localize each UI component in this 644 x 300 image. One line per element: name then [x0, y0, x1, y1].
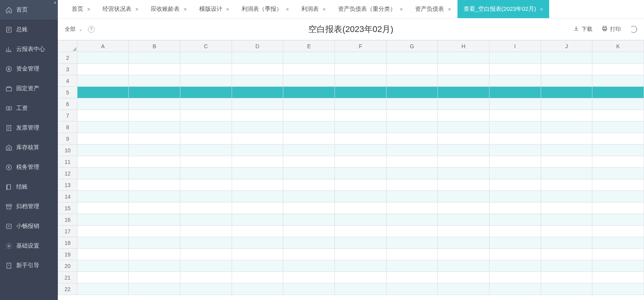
cell-F4[interactable] — [335, 75, 386, 87]
cell-J8[interactable] — [541, 121, 592, 133]
cell-K6[interactable] — [592, 98, 644, 110]
cell-B4[interactable] — [129, 75, 180, 87]
cell-I16[interactable] — [489, 214, 541, 226]
cell-I20[interactable] — [489, 260, 541, 272]
cell-H20[interactable] — [438, 260, 489, 272]
cell-F11[interactable] — [335, 156, 386, 168]
sidebar-item-guide[interactable]: 新手引导 — [0, 256, 58, 275]
cell-J21[interactable] — [541, 272, 592, 283]
cell-I2[interactable] — [489, 52, 541, 64]
cell-K16[interactable] — [592, 214, 644, 226]
cell-H4[interactable] — [438, 75, 489, 87]
cell-G3[interactable] — [386, 64, 438, 75]
column-header-D[interactable]: D — [232, 40, 283, 52]
cell-C8[interactable] — [180, 121, 232, 133]
cell-E8[interactable] — [283, 121, 335, 133]
cell-E21[interactable] — [283, 272, 335, 283]
cell-E4[interactable] — [283, 75, 335, 87]
cell-C18[interactable] — [180, 237, 232, 249]
cell-A19[interactable] — [77, 249, 129, 260]
row-header-20[interactable]: 20 — [58, 260, 77, 272]
cell-G16[interactable] — [386, 214, 438, 226]
column-header-J[interactable]: J — [541, 40, 592, 52]
cell-C7[interactable] — [180, 110, 232, 121]
close-icon[interactable]: × — [400, 6, 403, 12]
cell-F19[interactable] — [335, 249, 386, 260]
cell-C4[interactable] — [180, 75, 232, 87]
cell-B6[interactable] — [129, 98, 180, 110]
cell-H11[interactable] — [438, 156, 489, 168]
cell-F6[interactable] — [335, 98, 386, 110]
row-header-13[interactable]: 13 — [58, 179, 77, 191]
cell-K13[interactable] — [592, 179, 644, 191]
row-header-10[interactable]: 10 — [58, 145, 77, 156]
cell-E19[interactable] — [283, 249, 335, 260]
cell-K14[interactable] — [592, 191, 644, 202]
cell-D7[interactable] — [232, 110, 283, 121]
column-header-I[interactable]: I — [489, 40, 541, 52]
cell-C15[interactable] — [180, 202, 232, 214]
cell-G21[interactable] — [386, 272, 438, 283]
refresh-button[interactable] — [630, 26, 637, 33]
cell-H13[interactable] — [438, 179, 489, 191]
cell-C2[interactable] — [180, 52, 232, 64]
column-header-B[interactable]: B — [129, 40, 180, 52]
cell-F22[interactable] — [335, 283, 386, 295]
select-all-corner[interactable] — [58, 40, 77, 52]
cell-H18[interactable] — [438, 237, 489, 249]
cell-A9[interactable] — [77, 133, 129, 145]
cell-H15[interactable] — [438, 202, 489, 214]
cell-H9[interactable] — [438, 133, 489, 145]
cell-A4[interactable] — [77, 75, 129, 87]
cell-A2[interactable] — [77, 52, 129, 64]
cell-G13[interactable] — [386, 179, 438, 191]
cell-J2[interactable] — [541, 52, 592, 64]
cell-D2[interactable] — [232, 52, 283, 64]
cell-C13[interactable] — [180, 179, 232, 191]
cell-F20[interactable] — [335, 260, 386, 272]
cell-E3[interactable] — [283, 64, 335, 75]
cell-F14[interactable] — [335, 191, 386, 202]
cell-J20[interactable] — [541, 260, 592, 272]
row-header-7[interactable]: 7 — [58, 110, 77, 121]
cell-I12[interactable] — [489, 168, 541, 179]
cell-B19[interactable] — [129, 249, 180, 260]
cell-J18[interactable] — [541, 237, 592, 249]
cell-E12[interactable] — [283, 168, 335, 179]
cell-K22[interactable] — [592, 283, 644, 295]
cell-A16[interactable] — [77, 214, 129, 226]
close-icon[interactable]: × — [323, 6, 326, 12]
cell-E17[interactable] — [283, 226, 335, 237]
row-header-17[interactable]: 17 — [58, 226, 77, 237]
close-icon[interactable]: × — [448, 6, 451, 12]
cell-J22[interactable] — [541, 283, 592, 295]
cell-C11[interactable] — [180, 156, 232, 168]
row-header-8[interactable]: 8 — [58, 121, 77, 133]
cell-C5[interactable] — [180, 87, 232, 98]
cell-I13[interactable] — [489, 179, 541, 191]
sidebar-item-report[interactable]: 云报表中心 — [0, 39, 58, 59]
cell-G12[interactable] — [386, 168, 438, 179]
cell-A18[interactable] — [77, 237, 129, 249]
cell-I22[interactable] — [489, 283, 541, 295]
cell-G14[interactable] — [386, 191, 438, 202]
cell-I7[interactable] — [489, 110, 541, 121]
cell-C22[interactable] — [180, 283, 232, 295]
cell-E16[interactable] — [283, 214, 335, 226]
cell-E13[interactable] — [283, 179, 335, 191]
cell-D19[interactable] — [232, 249, 283, 260]
cell-G17[interactable] — [386, 226, 438, 237]
cell-G7[interactable] — [386, 110, 438, 121]
cell-D9[interactable] — [232, 133, 283, 145]
cell-K7[interactable] — [592, 110, 644, 121]
cell-G11[interactable] — [386, 156, 438, 168]
sidebar-item-ledger[interactable]: 总账 — [0, 20, 58, 39]
tab-2[interactable]: 应收账龄表× — [145, 0, 193, 18]
cell-B10[interactable] — [129, 145, 180, 156]
filter-dropdown[interactable]: 全部 ⌄ ? — [65, 26, 95, 33]
cell-H14[interactable] — [438, 191, 489, 202]
cell-F12[interactable] — [335, 168, 386, 179]
cell-D10[interactable] — [232, 145, 283, 156]
cell-D4[interactable] — [232, 75, 283, 87]
cell-A8[interactable] — [77, 121, 129, 133]
